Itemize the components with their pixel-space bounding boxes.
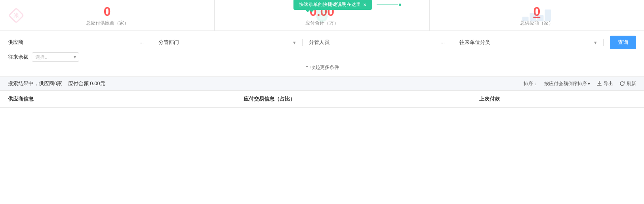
department-label: 分管部门 [158, 39, 179, 46]
export-icon [596, 81, 602, 86]
result-actions: 排序： 按应付会额倒序排序 ▾ 导出 刷新 [524, 80, 636, 87]
person-input[interactable] [333, 40, 439, 46]
filter-row-2: 往来余额 选择... [8, 52, 636, 62]
person-label: 分管人员 [309, 39, 330, 46]
sort-value-text: 按应付会额倒序排序 [544, 80, 587, 87]
filter-balance: 往来余额 选择... [8, 52, 86, 62]
table-content [0, 108, 644, 187]
refresh-icon [619, 81, 625, 86]
query-button[interactable]: 查询 [610, 36, 636, 49]
stat-payable-total: 快速录单的快捷键说明在这里 × 0.00 应付合计（万） [215, 0, 429, 31]
refresh-button[interactable]: 刷新 [619, 80, 636, 87]
filter-category: 往来单位分类 ▾ [453, 39, 604, 46]
export-button[interactable]: 导出 [596, 80, 613, 87]
collapse-icon: ⌃ [305, 65, 309, 71]
stats-bar: 米 0 总应付供应商（家） 快速录单的快捷键说明在这里 × 0.00 应付合计（… [0, 0, 644, 31]
svg-point-7 [323, 14, 325, 16]
collapse-button[interactable]: ⌃ 收起更多条件 [8, 62, 636, 73]
svg-rect-8 [597, 85, 602, 86]
balance-select[interactable]: 选择... [32, 52, 79, 62]
col-payment-header: 上次付款 [479, 95, 636, 103]
tooltip-close-button[interactable]: × [363, 2, 366, 8]
export-label: 导出 [604, 80, 613, 87]
sort-label: 排序： [524, 80, 538, 87]
tooltip-bubble: 快速录单的快捷键说明在这里 × [293, 0, 372, 10]
svg-point-6 [319, 14, 321, 16]
collapse-label: 收起更多条件 [311, 64, 339, 71]
filter-row-1: 供应商 ··· 分管部门 ▾ 分管人员 ··· 往来单位分类 ▾ 查询 [8, 36, 636, 49]
sort-dropdown-icon: ▾ [588, 81, 590, 86]
payable-suppliers-label: 总应付供应商（家） [86, 20, 129, 27]
balance-label: 往来余额 [8, 53, 29, 61]
table-header: 供应商信息 应付交易信息（占比） 上次付款 [0, 91, 644, 108]
result-text: 搜索结果中，供应商0家 [8, 80, 62, 86]
sort-select[interactable]: 按应付会额倒序排序 ▾ [544, 80, 590, 87]
filter-bar: 供应商 ··· 分管部门 ▾ 分管人员 ··· 往来单位分类 ▾ 查询 [0, 31, 644, 77]
department-dropdown-icon[interactable]: ▾ [293, 40, 296, 46]
payable-suppliers-number: 0 [104, 4, 111, 19]
stat-payable-suppliers: 米 0 总应付供应商（家） [0, 0, 215, 31]
stat-total-suppliers: 0 总供应商（家） [430, 0, 644, 31]
diamond-logo-icon: 米 [6, 5, 27, 26]
department-input[interactable] [182, 40, 293, 46]
col-supplier-header: 供应商信息 [8, 95, 244, 103]
filter-supplier: 供应商 ··· [8, 39, 152, 46]
supplier-label: 供应商 [8, 39, 23, 46]
filter-person: 分管人员 ··· [303, 39, 453, 46]
result-bar: 搜索结果中，供应商0家 应付金额 0.00元 排序： 按应付会额倒序排序 ▾ 导… [0, 77, 644, 91]
result-amount: 应付金额 0.00元 [68, 80, 105, 86]
supplier-more-button[interactable]: ··· [138, 40, 145, 46]
refresh-label: 刷新 [627, 80, 636, 87]
category-input[interactable] [493, 40, 594, 46]
category-dropdown-icon[interactable]: ▾ [594, 40, 597, 46]
svg-text:米: 米 [13, 12, 19, 19]
col-transaction-header: 应付交易信息（占比） [244, 95, 479, 103]
result-info: 搜索结果中，供应商0家 应付金额 0.00元 [8, 80, 105, 87]
category-label: 往来单位分类 [459, 39, 490, 46]
supplier-input[interactable] [27, 40, 138, 46]
balance-select-wrapper: 选择... [32, 52, 79, 62]
chart-watermark-icon [522, 10, 551, 21]
person-more-button[interactable]: ··· [439, 40, 446, 46]
filter-department: 分管部门 ▾ [152, 39, 303, 46]
tooltip-text: 快速录单的快捷键说明在这里 [299, 1, 361, 8]
